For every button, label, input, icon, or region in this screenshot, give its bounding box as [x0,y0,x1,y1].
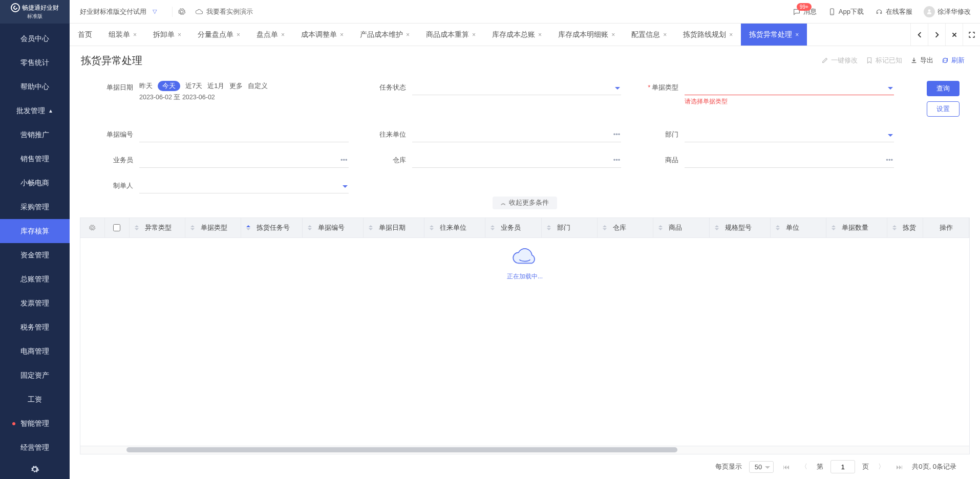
close-icon[interactable]: × [795,31,799,38]
column-header[interactable]: 业务员 [485,218,541,237]
column-header[interactable]: 部门 [542,218,598,237]
pager-prev-button[interactable]: 〈 [799,461,809,472]
close-icon[interactable]: × [663,31,667,38]
sidebar-item[interactable]: 经营管理 [0,436,70,460]
close-icon[interactable]: × [406,31,410,38]
sidebar-item[interactable]: 批发管理▲ [0,99,70,123]
tab[interactable]: 组装单× [100,24,145,46]
doc-no-input[interactable] [139,128,349,142]
query-button[interactable]: 查询 [927,81,960,96]
column-header[interactable]: 单据数量 [826,218,887,237]
tab[interactable]: 盘点单× [248,24,293,46]
tab[interactable]: 首页 [70,24,100,46]
sidebar-item[interactable]: 税务管理 [0,315,70,339]
refresh-button[interactable]: 刷新 [938,54,969,67]
sidebar-item[interactable]: 营销推广 [0,123,70,147]
tab[interactable]: 配置信息× [623,24,675,46]
sidebar-item[interactable]: 小畅电商 [0,171,70,195]
select-all-checkbox[interactable] [113,224,120,231]
column-header[interactable]: 单据编号 [303,218,364,237]
date-option[interactable]: 昨天 [139,81,153,91]
product-selector[interactable]: 好业财标准版交付试用 ▽ [70,7,167,16]
sidebar-item[interactable]: 智能管理 [0,411,70,436]
settings-button[interactable] [178,8,186,16]
tab[interactable]: 库存成本总账× [484,24,550,46]
collapse-filters-button[interactable]: ︽ 收起更多条件 [493,197,557,209]
date-option[interactable]: 自定义 [248,81,268,91]
close-icon[interactable]: × [538,31,542,38]
app-download-button[interactable]: App下载 [828,7,864,16]
sidebar-item[interactable]: 工资 [0,387,70,411]
filter-settings-button[interactable]: 设置 [927,101,960,117]
column-settings-button[interactable] [80,218,105,237]
user-menu[interactable]: 徐泽华修改 [924,6,971,17]
tab[interactable]: 分量盘点单× [189,24,248,46]
date-option[interactable]: 今天 [158,81,180,91]
date-option[interactable]: 更多 [229,81,243,91]
tab[interactable]: 成本调整单× [293,24,352,46]
close-icon[interactable]: × [611,31,615,38]
close-icon[interactable]: × [281,31,285,38]
sidebar-item[interactable]: 会员中心 [0,27,70,51]
warehouse-input[interactable] [412,154,622,168]
export-button[interactable]: 导出 [906,54,938,67]
mark-known-button[interactable]: 标记已知 [862,54,906,67]
bulk-edit-button[interactable]: 一键修改 [817,54,862,67]
department-input[interactable] [685,128,894,142]
table-h-scrollbar[interactable] [80,446,970,454]
per-page-select[interactable]: 50 [749,461,774,473]
tab[interactable]: 拣货异常处理× [741,24,807,46]
sidebar-item[interactable]: 发票管理 [0,291,70,315]
close-icon[interactable]: × [178,31,181,38]
sidebar-item[interactable]: 采购管理 [0,195,70,219]
task-status-input[interactable] [412,81,622,95]
tabs-fullscreen-button[interactable] [963,24,980,46]
salesman-input[interactable] [139,154,349,168]
sidebar-item[interactable]: 销售管理 [0,147,70,171]
sidebar-item[interactable]: 电商管理 [0,339,70,363]
demo-link[interactable]: 我要看实例演示 [195,7,253,16]
close-icon[interactable]: × [340,31,344,38]
doc-type-input[interactable] [685,81,894,95]
product-input[interactable] [685,154,894,168]
column-header[interactable]: 拣货任务号 [241,218,302,237]
sidebar-item[interactable]: 总账管理 [0,267,70,291]
column-header[interactable]: 拣货 [887,218,923,237]
column-header[interactable]: 单位 [771,218,826,237]
column-header[interactable]: 商品 [653,218,709,237]
close-icon[interactable]: × [729,31,733,38]
sidebar-settings-button[interactable] [0,460,70,479]
support-button[interactable]: 在线客服 [875,7,912,16]
partner-input[interactable] [412,128,622,142]
pager-first-button[interactable]: ⏮ [781,462,792,472]
column-header[interactable]: 单据类型 [185,218,241,237]
close-icon[interactable]: × [237,31,240,38]
date-option[interactable]: 近7天 [185,81,202,91]
date-option[interactable]: 近1月 [207,81,224,91]
tab[interactable]: 拆卸单× [145,24,189,46]
column-header[interactable]: 规格型号 [710,218,771,237]
sidebar-item[interactable]: 库存核算 [0,219,70,243]
column-header[interactable]: 单据日期 [364,218,424,237]
tab[interactable]: 库存成本明细账× [550,24,623,46]
pager-page-input[interactable] [830,460,855,473]
tabs-prev-button[interactable] [910,24,928,46]
creator-input[interactable] [139,179,349,193]
column-header[interactable]: 往来单位 [424,218,485,237]
tab[interactable]: 商品成本重算× [418,24,484,46]
column-header[interactable]: 异常类型 [130,218,185,237]
close-icon[interactable]: × [133,31,137,38]
tab[interactable]: 产品成本维护× [352,24,418,46]
sidebar-item[interactable]: 资金管理 [0,243,70,267]
tabs-next-button[interactable] [928,24,945,46]
sidebar-item[interactable]: 固定资产 [0,363,70,387]
column-header[interactable]: 仓库 [598,218,653,237]
pager-next-button[interactable]: 〉 [876,461,887,472]
tab[interactable]: 拣货路线规划× [675,24,741,46]
pager-last-button[interactable]: ⏭ [894,462,905,472]
close-icon[interactable]: × [472,31,476,38]
sidebar-item[interactable]: 帮助中心 [0,75,70,99]
sidebar-item[interactable]: 零售统计 [0,51,70,75]
tabs-close-button[interactable] [945,24,963,46]
messages-button[interactable]: 99+ 消息 [793,7,817,16]
